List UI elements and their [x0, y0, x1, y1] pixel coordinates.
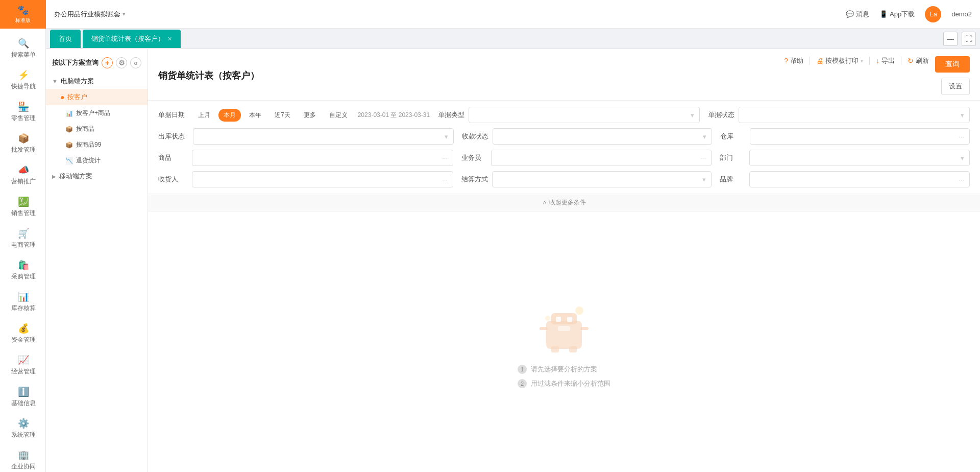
tab-maximize-button[interactable]: ⛶	[962, 32, 976, 46]
tree-item-by-customer-product[interactable]: 📊 按客户+商品	[46, 105, 148, 121]
step-2-num: 2	[518, 379, 527, 388]
system-icon: ⚙️	[18, 418, 29, 429]
product-select[interactable]: ···	[192, 150, 453, 166]
sidebar-item-inventory[interactable]: 📊 库存核算	[0, 286, 45, 318]
tree-pc-group: ▼ 电脑端方案 ● 按客户 📊 按客户+商品 📦 按商品 📦 按商品9	[46, 74, 148, 169]
divider2	[869, 57, 870, 65]
brand-dots[interactable]: ···	[959, 176, 964, 183]
sidebar-item-finance[interactable]: 💰 资金管理	[0, 318, 45, 349]
box-icon: 📦	[65, 126, 73, 133]
ecommerce-icon: 🛒	[18, 228, 29, 239]
svg-rect-3	[567, 317, 572, 322]
consignee-dots[interactable]: ···	[442, 176, 448, 183]
date-tab-more[interactable]: 更多	[299, 109, 321, 122]
logo: 🐾 标准版	[0, 0, 46, 29]
settings-scheme-button[interactable]: ⚙	[116, 57, 127, 68]
sidebar-item-sales[interactable]: 💹 销售管理	[0, 191, 45, 223]
account-selector[interactable]: 办公用品行业模拟账套 ▾	[54, 10, 126, 19]
date-tab-this-year[interactable]: 本年	[244, 109, 266, 122]
sidebar-item-label: 资金管理	[11, 336, 36, 344]
basic-icon: ℹ️	[18, 386, 29, 397]
sidebar-item-label: 搜索菜单	[11, 51, 36, 59]
date-tab-7days[interactable]: 近7天	[270, 109, 296, 122]
sidebar-item-enterprise[interactable]: 🏢 企业协同	[0, 444, 45, 472]
sidebar-item-ecommerce[interactable]: 🛒 电商管理	[0, 223, 45, 254]
collapse-bar[interactable]: ∧ 收起更多条件	[148, 194, 980, 211]
sidebar-item-basic[interactable]: ℹ️ 基础信息	[0, 381, 45, 413]
warehouse-select[interactable]: ···	[750, 128, 970, 145]
sidebar-item-label: 采购管理	[11, 272, 36, 281]
date-tab-last-month[interactable]: 上月	[193, 109, 215, 122]
tree-item-by-customer[interactable]: ● 按客户	[46, 89, 148, 105]
message-button[interactable]: 💬 消息	[846, 10, 869, 19]
svg-rect-2	[556, 317, 561, 322]
sidebar-item-search-menu[interactable]: 🔍 搜索菜单	[0, 33, 45, 64]
sidebar-item-purchase[interactable]: 🛍️ 采购管理	[0, 254, 45, 286]
payment-method-select[interactable]: ▾	[492, 171, 712, 187]
payment-method-arrow-icon: ▾	[702, 176, 706, 183]
marketing-icon: 📣	[18, 164, 29, 176]
payment-status-select[interactable]: ▾	[493, 128, 712, 145]
app-icon: 📱	[879, 10, 888, 18]
salesperson-label: 业务员	[461, 153, 487, 162]
tab-home[interactable]: 首页	[50, 30, 81, 48]
query-button[interactable]: 查询	[935, 56, 970, 73]
tree-item-by-product-99[interactable]: 📦 按商品99	[46, 137, 148, 153]
export-button[interactable]: ↓ 导出	[876, 56, 895, 65]
product-dots[interactable]: ···	[442, 154, 448, 162]
product-label: 商品	[158, 153, 184, 162]
empty-step-1: 1 请先选择要分析的方案	[518, 365, 610, 374]
sidebar-item-label: 零售管理	[11, 114, 36, 123]
mobile-expand-icon: ▶	[52, 174, 56, 179]
svg-rect-1	[551, 313, 577, 324]
page-header: 销货单统计表（按客户） ? 帮助 🖨 按模板打印 ▾	[148, 49, 980, 101]
salesperson-dots[interactable]: ···	[700, 154, 706, 162]
refresh-button[interactable]: ↻ 刷新	[908, 56, 929, 65]
tab-close-icon[interactable]: ✕	[167, 36, 172, 42]
warehouse-dots[interactable]: ···	[959, 133, 964, 140]
settings-button[interactable]: 设置	[941, 78, 970, 95]
tab-minimize-button[interactable]: —	[943, 32, 958, 46]
sidebar-item-wholesale[interactable]: 📦 批发管理	[0, 128, 45, 159]
content: 按以下方案查询 + ⚙ « ▼ 电脑端方案 ● 按客户 📊 按	[46, 49, 980, 472]
order-status-select[interactable]: ▾	[739, 107, 970, 123]
header-actions: ? 帮助 🖨 按模板打印 ▾ ↓ 导出	[784, 56, 929, 65]
help-button[interactable]: ? 帮助	[784, 56, 803, 65]
order-type-select[interactable]: ▾	[469, 107, 700, 123]
sales-icon: 💹	[18, 196, 29, 207]
export-label: 导出	[881, 56, 895, 65]
chart2-icon: 📉	[65, 157, 73, 164]
wholesale-icon: 📦	[18, 133, 29, 144]
right-actions: 查询 设置	[935, 56, 970, 95]
tab-home-label: 首页	[59, 34, 72, 43]
refresh-label: 刷新	[916, 56, 929, 65]
sidebar-item-marketing[interactable]: 📣 营销推广	[0, 159, 45, 191]
payment-status-arrow-icon: ▾	[703, 133, 706, 140]
brand-select[interactable]: ···	[749, 171, 970, 187]
collapse-panel-button[interactable]: «	[130, 57, 141, 68]
avatar[interactable]: Ea	[925, 6, 941, 22]
tree-mobile-group[interactable]: ▶ 移动端方案	[46, 169, 148, 184]
order-type-arrow-icon: ▾	[691, 111, 694, 119]
sidebar-item-quick-nav[interactable]: ⚡ 快捷导航	[0, 64, 45, 96]
sidebar-item-operations[interactable]: 📈 经营管理	[0, 349, 45, 381]
tree-item-return-stats[interactable]: 📉 退货统计	[46, 153, 148, 169]
out-status-select[interactable]: ▾	[193, 128, 454, 145]
payment-method-label: 结算方式	[461, 175, 488, 184]
app-download-button[interactable]: 📱 App下载	[879, 10, 915, 19]
date-tab-this-month[interactable]: 本月	[218, 109, 241, 122]
order-type-label: 单据类型	[438, 110, 464, 120]
help-icon: ?	[784, 57, 788, 65]
add-scheme-button[interactable]: +	[102, 57, 113, 68]
consignee-select[interactable]: ···	[192, 171, 453, 187]
template-print-button[interactable]: 🖨 按模板打印 ▾	[816, 56, 863, 65]
tree-pc-group-header[interactable]: ▼ 电脑端方案	[46, 74, 148, 89]
sidebar-item-label: 销售管理	[11, 209, 36, 218]
sidebar-item-system[interactable]: ⚙️ 系统管理	[0, 413, 45, 444]
salesperson-select[interactable]: ···	[491, 150, 712, 166]
date-tab-custom[interactable]: 自定义	[324, 109, 353, 122]
tree-item-by-product[interactable]: 📦 按商品	[46, 121, 148, 137]
department-select[interactable]: ▾	[749, 150, 970, 166]
sidebar-item-retail[interactable]: 🏪 零售管理	[0, 96, 45, 128]
tab-sales-stats[interactable]: 销货单统计表（按客户） ✕	[83, 30, 181, 48]
